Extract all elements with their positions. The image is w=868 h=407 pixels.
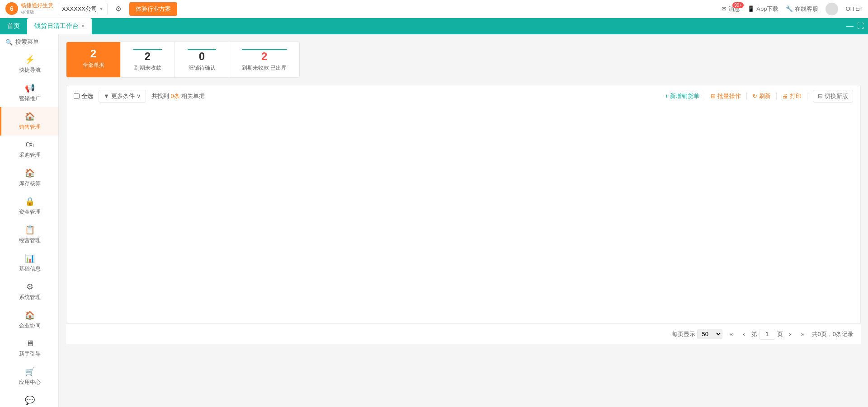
tab-home[interactable]: 首页 xyxy=(0,18,27,34)
settings-icon[interactable]: ⚙ xyxy=(112,3,125,15)
sidebar-item-wechat[interactable]: 💬 企业微信 xyxy=(0,391,58,407)
sidebar: 🔍 搜索菜单 ⚡ 快捷导航 📢 营销推广 🏠 销售管理 🛍 采购管理 🏠 库存核… xyxy=(0,34,59,407)
sidebar-label-sales: 销售管理 xyxy=(19,123,41,131)
purchase-icon: 🛍 xyxy=(26,140,34,150)
result-text: 共找到 0条 相关单据 xyxy=(151,92,205,100)
prev-page-button[interactable]: ‹ xyxy=(739,329,750,340)
sidebar-item-app-center[interactable]: 🛒 应用中心 xyxy=(0,362,58,391)
card-pending-number: 0 xyxy=(188,50,216,63)
sidebar-item-system[interactable]: ⚙ 系统管理 xyxy=(0,277,58,306)
print-button[interactable]: 🖨 打印 xyxy=(782,92,802,100)
result-count: 0条 xyxy=(171,93,180,99)
card-shipped-number: 2 xyxy=(242,50,287,63)
nav-tabs-actions: — ⛶ xyxy=(846,22,868,30)
filter-icon: ▼ xyxy=(104,93,109,99)
refresh-button[interactable]: ↻ 刷新 xyxy=(752,92,771,100)
minimize-icon[interactable]: — xyxy=(846,22,854,30)
toolbar: 全选 ▼ 更多条件 ∨ 共找到 0条 相关单据 + 新增销货单 xyxy=(66,85,861,107)
inventory-icon: 🏠 xyxy=(25,168,35,178)
card-overdue-label: 到期未收款 xyxy=(133,64,162,72)
sidebar-item-marketing[interactable]: 📢 营销推广 xyxy=(0,79,58,107)
top-header: 6 畅捷通好生意 标准版 XXXXXX公司 ▼ ⚙ 体验行业方案 ✉ 消息 99… xyxy=(0,0,868,18)
print-label: 打印 xyxy=(790,92,802,100)
card-overdue-number: 2 xyxy=(133,50,162,63)
sidebar-search[interactable]: 🔍 搜索菜单 xyxy=(0,34,58,50)
per-page: 每页显示 50 100 xyxy=(672,329,722,339)
card-pending[interactable]: 0 旺铺待确认 xyxy=(175,42,229,77)
sidebar-label-basic-info: 基础信息 xyxy=(19,265,41,273)
logo-text: 畅捷通好生意 xyxy=(21,2,53,9)
app-download-icon: 📱 xyxy=(747,5,755,12)
total-records: 共0页，0条记录 xyxy=(812,330,854,338)
refresh-label: 刷新 xyxy=(759,92,771,100)
per-page-select[interactable]: 50 100 xyxy=(697,329,722,339)
next-page-button[interactable]: › xyxy=(785,329,796,340)
first-page-button[interactable]: « xyxy=(726,329,737,340)
online-service-icon: 🔧 xyxy=(786,5,793,12)
last-page-button[interactable]: » xyxy=(797,329,808,340)
company-dropdown-arrow: ▼ xyxy=(99,6,104,11)
sidebar-item-inventory[interactable]: 🏠 库存核算 xyxy=(0,164,58,192)
search-icon: 🔍 xyxy=(5,39,13,46)
checkbox-input[interactable] xyxy=(74,93,80,99)
quick-nav-icon: ⚡ xyxy=(25,55,35,65)
sidebar-label-enterprise: 企业协同 xyxy=(19,322,41,330)
card-shipped[interactable]: 2 到期未收款 已出库 xyxy=(229,42,299,77)
message-action[interactable]: ✉ 消息 99+ xyxy=(722,5,740,13)
system-icon: ⚙ xyxy=(26,282,33,292)
divider-4 xyxy=(807,93,807,100)
select-all-label: 全选 xyxy=(81,92,93,100)
sidebar-label-marketing: 营销推广 xyxy=(19,95,41,103)
sidebar-item-sales[interactable]: 🏠 销售管理 xyxy=(0,107,58,136)
sidebar-item-operations[interactable]: 📋 经营管理 xyxy=(0,220,58,249)
sidebar-item-guide[interactable]: 🖥 新手引导 xyxy=(0,334,58,362)
trial-button[interactable]: 体验行业方案 xyxy=(129,2,177,16)
tab-work-bench[interactable]: 钱货日清工作台 × xyxy=(27,18,92,34)
app-download-action[interactable]: 📱 App下载 xyxy=(747,5,778,13)
card-overdue[interactable]: 2 到期未收款 xyxy=(121,42,175,77)
sidebar-label-guide: 新手引导 xyxy=(19,350,41,358)
company-selector[interactable]: XXXXXX公司 ▼ xyxy=(58,3,108,15)
logo-icon: 6 xyxy=(5,2,18,15)
finance-icon: 🔒 xyxy=(25,196,35,206)
page-nav: « ‹ 第 页 › » xyxy=(726,329,808,340)
avatar[interactable] xyxy=(826,3,838,15)
sales-icon: 🏠 xyxy=(25,112,35,122)
page-input[interactable] xyxy=(759,329,775,340)
sidebar-label-quick-nav: 快捷导航 xyxy=(19,66,41,74)
table-area xyxy=(66,107,861,324)
switch-label: 切换新版 xyxy=(825,92,848,100)
operations-icon: 📋 xyxy=(25,225,35,235)
close-tab-icon[interactable]: × xyxy=(81,23,85,29)
add-button[interactable]: + 新增销货单 xyxy=(665,92,699,100)
filter-label: 更多条件 xyxy=(111,92,135,100)
header-right: ✉ 消息 99+ 📱 App下载 🔧 在线客服 OfTEn xyxy=(722,3,863,15)
batch-label: 批量操作 xyxy=(717,92,741,100)
select-all-checkbox[interactable]: 全选 xyxy=(74,92,93,100)
result-prefix: 共找到 xyxy=(151,93,169,99)
online-service-action[interactable]: 🔧 在线客服 xyxy=(786,5,818,13)
divider-2 xyxy=(746,93,747,100)
sidebar-label-finance: 资金管理 xyxy=(19,208,41,216)
maximize-icon[interactable]: ⛶ xyxy=(857,22,864,30)
sidebar-item-finance[interactable]: 🔒 资金管理 xyxy=(0,192,58,220)
sidebar-item-enterprise[interactable]: 🏠 企业协同 xyxy=(0,306,58,334)
sidebar-label-inventory: 库存核算 xyxy=(19,180,41,187)
card-all[interactable]: 2 全部单据 xyxy=(66,42,121,77)
message-badge: 99+ xyxy=(732,2,744,8)
batch-button[interactable]: ⊞ 批量操作 xyxy=(711,92,741,100)
sidebar-item-basic-info[interactable]: 📊 基础信息 xyxy=(0,249,58,277)
sidebar-item-quick-nav[interactable]: ⚡ 快捷导航 xyxy=(0,50,58,79)
switch-icon: ⊟ xyxy=(818,93,823,99)
switch-button[interactable]: ⊟ 切换新版 xyxy=(813,90,853,103)
sidebar-item-purchase[interactable]: 🛍 采购管理 xyxy=(0,136,58,164)
card-pending-label: 旺铺待确认 xyxy=(188,64,216,72)
filter-button[interactable]: ▼ 更多条件 ∨ xyxy=(99,90,146,103)
sidebar-label-purchase: 采购管理 xyxy=(19,151,41,159)
app-download-label: App下载 xyxy=(756,5,778,13)
batch-icon: ⊞ xyxy=(711,93,716,99)
filter-chevron: ∨ xyxy=(137,93,141,99)
app-center-icon: 🛒 xyxy=(25,367,35,377)
divider-3 xyxy=(776,93,777,100)
tab-work-bench-label: 钱货日清工作台 xyxy=(34,22,79,30)
